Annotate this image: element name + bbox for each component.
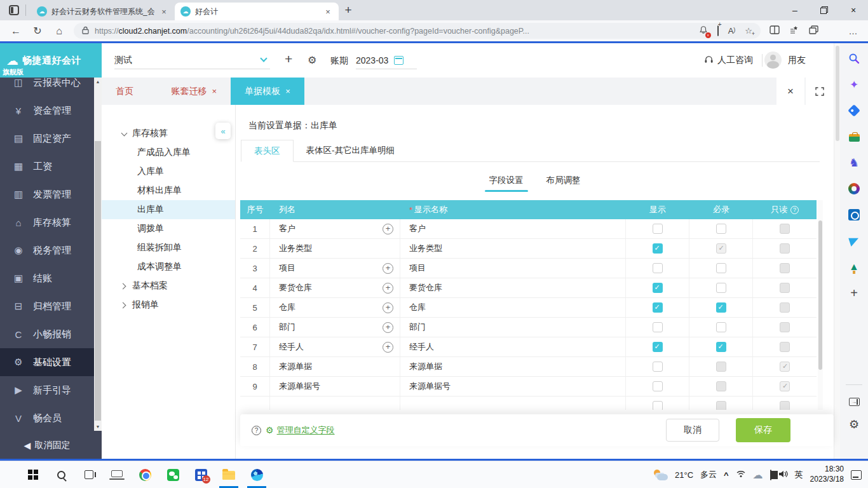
home-button[interactable]: ⌂	[48, 25, 70, 37]
display-name-cell[interactable]: 要货仓库	[400, 278, 626, 297]
required-checkbox[interactable]	[716, 263, 726, 273]
add-field-icon[interactable]: +	[383, 342, 393, 353]
sidebar-menu-item[interactable]: ⌂ 库存核算	[0, 208, 94, 236]
subtab[interactable]: 字段设置	[489, 175, 524, 192]
tree-item[interactable]: 组装拆卸单	[102, 238, 235, 257]
display-name-cell[interactable]	[400, 396, 626, 410]
readonly-checkbox[interactable]	[780, 401, 790, 410]
skype-icon[interactable]	[848, 234, 860, 247]
required-checkbox[interactable]	[716, 283, 726, 293]
onedrive-icon[interactable]: ☁	[753, 469, 763, 481]
sidebar-menu-item[interactable]: C 小畅报销	[0, 320, 94, 348]
edge-icon[interactable]	[243, 461, 271, 488]
sidebar-menu-item[interactable]: ▣ 结账	[0, 264, 94, 292]
table-scrollbar[interactable]	[818, 200, 823, 410]
show-checkbox[interactable]	[653, 283, 663, 293]
tree-item[interactable]: 基本档案	[102, 276, 235, 295]
search-icon[interactable]	[848, 52, 860, 65]
tree-item[interactable]: 出库单	[102, 200, 235, 219]
scroll-down-icon[interactable]: ▼	[94, 424, 102, 429]
sidebar-menu-item[interactable]: ▤ 固定资产	[0, 125, 94, 152]
tree-item[interactable]: 成本调整单	[102, 257, 235, 276]
new-tab-button[interactable]: +	[339, 3, 358, 17]
required-checkbox[interactable]	[716, 362, 726, 372]
show-checkbox[interactable]	[653, 322, 663, 332]
area-tab[interactable]: 表头区	[241, 140, 294, 162]
back-button[interactable]: ←	[5, 25, 27, 37]
volume-icon[interactable]	[778, 470, 788, 480]
add-field-icon[interactable]: +	[383, 263, 393, 274]
hidden-icons-chevron[interactable]: ^	[724, 470, 729, 480]
scrollbar-thumb[interactable]	[836, 46, 839, 141]
display-name-cell[interactable]: 来源单据号	[400, 377, 626, 396]
close-icon[interactable]: ×	[212, 86, 217, 96]
close-icon[interactable]: ×	[159, 7, 169, 17]
readonly-checkbox[interactable]	[780, 381, 790, 391]
read-aloud-icon[interactable]: A	[728, 26, 736, 36]
task-view-icon[interactable]	[75, 461, 103, 488]
nav-tab[interactable]: 账套迁移 ×	[158, 78, 231, 105]
copy-page-icon[interactable]	[804, 25, 824, 36]
account-settings-icon[interactable]: ⚙	[308, 54, 316, 66]
browser-profile-avatar[interactable]	[824, 26, 843, 36]
action-center-icon[interactable]	[851, 470, 862, 480]
input-language[interactable]: 英	[795, 469, 803, 480]
add-account-button[interactable]: +	[285, 51, 292, 67]
add-field-icon[interactable]: +	[383, 322, 393, 333]
devices-icon[interactable]	[103, 461, 131, 488]
add-field-icon[interactable]: +	[383, 224, 393, 234]
tree-planting-icon[interactable]: ▲	[848, 261, 860, 273]
help-icon[interactable]: ?	[790, 206, 799, 214]
wifi-icon[interactable]	[736, 470, 746, 480]
close-window-button[interactable]: ×	[839, 0, 868, 20]
required-checkbox[interactable]	[716, 322, 726, 332]
close-all-tabs-button[interactable]: ×	[776, 78, 804, 105]
collections-icon[interactable]	[784, 25, 804, 36]
refresh-button[interactable]: ↻	[27, 25, 48, 37]
nav-tab[interactable]: 单据模板 ×	[231, 78, 304, 105]
taskbar-search-icon[interactable]	[47, 461, 75, 488]
readonly-checkbox[interactable]	[780, 362, 790, 372]
user-menu[interactable]: 用友	[764, 51, 806, 69]
required-checkbox[interactable]	[716, 224, 726, 234]
display-name-cell[interactable]: 业务类型	[400, 239, 626, 258]
scrollbar-thumb[interactable]	[818, 220, 822, 370]
readonly-checkbox[interactable]	[780, 224, 790, 234]
weather-icon[interactable]	[653, 470, 668, 480]
required-checkbox[interactable]	[716, 381, 726, 391]
restore-button[interactable]	[810, 0, 839, 20]
required-checkbox[interactable]	[716, 401, 726, 410]
show-checkbox[interactable]	[653, 243, 663, 254]
tree-item[interactable]: 产成品入库单	[102, 143, 235, 162]
readonly-checkbox[interactable]	[780, 302, 790, 313]
microsoft365-icon[interactable]	[848, 182, 860, 195]
cancel-button[interactable]: 取消	[666, 419, 719, 442]
sidebar-menu-item[interactable]: ▥ 发票管理	[0, 180, 94, 208]
required-checkbox[interactable]	[716, 302, 726, 313]
display-name-cell[interactable]: 部门	[400, 318, 626, 337]
show-checkbox[interactable]	[653, 342, 663, 352]
split-screen-icon[interactable]	[764, 25, 784, 36]
display-name-cell[interactable]: 经手人	[400, 337, 626, 356]
games-icon[interactable]: ♞	[848, 156, 860, 169]
favorite-star-icon[interactable]: ☆	[745, 26, 752, 36]
tools-icon[interactable]	[848, 130, 860, 143]
browser-tab-2[interactable]: ☁ 好会计 ×	[175, 3, 339, 20]
tree-item[interactable]: 报销单	[102, 295, 235, 315]
url-text[interactable]: https://cloud2.chanjet.com/accounting/uh…	[95, 27, 689, 36]
show-checkbox[interactable]	[653, 362, 663, 372]
close-icon[interactable]: ×	[285, 86, 290, 96]
clock[interactable]: 18:302023/3/18	[810, 464, 844, 484]
save-button[interactable]: 保存	[736, 418, 790, 442]
tree-item[interactable]: 入库单	[102, 162, 235, 181]
scroll-up-icon[interactable]: ▲	[94, 79, 102, 84]
add-field-icon[interactable]: +	[383, 283, 393, 294]
browser-tab-1[interactable]: ☁ 好会计云财务软件管理系统_会计 ×	[31, 3, 175, 20]
required-checkbox[interactable]	[716, 243, 726, 254]
copilot-icon[interactable]: ✦	[848, 78, 860, 91]
page-scrollbar[interactable]	[834, 43, 840, 459]
readonly-checkbox[interactable]	[780, 322, 790, 332]
nav-tab[interactable]: 首页 ×	[102, 78, 158, 105]
tree-item[interactable]: 调拨单	[102, 219, 235, 238]
display-name-cell[interactable]: 来源单据	[400, 357, 626, 376]
